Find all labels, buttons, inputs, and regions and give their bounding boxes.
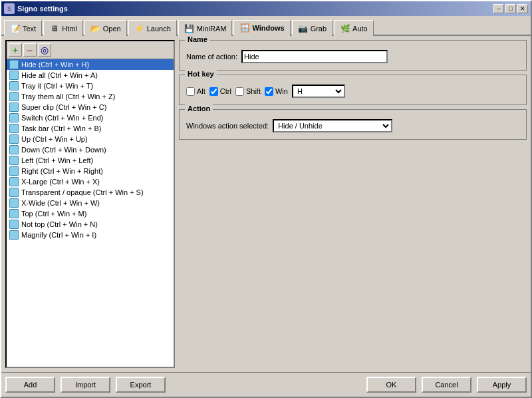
- win-label: Win: [275, 87, 288, 95]
- tab-html[interactable]: 🖥 Html: [43, 20, 83, 36]
- win-checkbox-group: Win: [265, 87, 288, 96]
- import-button[interactable]: Import: [61, 377, 110, 393]
- html-tab-icon: 🖥: [49, 23, 60, 34]
- export-button[interactable]: Export: [116, 377, 166, 393]
- actions-list: Hide (Ctrl + Win + H)Hide all (Ctrl + Wi…: [7, 59, 174, 367]
- alt-label: Alt: [197, 87, 205, 95]
- tab-auto[interactable]: 🌿 Auto: [334, 20, 374, 36]
- list-item[interactable]: X-Large (Ctrl + Win + X): [7, 176, 174, 187]
- name-label: Name of action:: [186, 53, 237, 61]
- left-panel: + – ◎ Hide (Ctrl + Win + H)Hide all (Ctr…: [5, 40, 175, 368]
- key-select[interactable]: H A B C: [292, 85, 345, 98]
- title-controls: – □ ✕: [493, 4, 528, 13]
- name-group: Name Name of action:: [179, 40, 527, 71]
- list-item[interactable]: Tray them all (Ctrl + Win + Z): [7, 91, 174, 102]
- list-item[interactable]: Not top (Ctrl + Win + N): [7, 219, 174, 230]
- app-icon: S: [4, 3, 15, 14]
- list-item[interactable]: Super clip (Ctrl + Win + C): [7, 102, 174, 112]
- shift-checkbox[interactable]: [235, 87, 244, 96]
- name-input[interactable]: [241, 50, 388, 63]
- maximize-button[interactable]: □: [505, 4, 516, 13]
- main-content: + – ◎ Hide (Ctrl + Win + H)Hide all (Ctr…: [1, 36, 531, 372]
- minimize-button[interactable]: –: [493, 4, 504, 13]
- action-label: Windows action selected:: [186, 122, 269, 130]
- add-button[interactable]: Add: [5, 377, 55, 393]
- hotkey-row: Alt Ctrl Shift Win H: [186, 85, 519, 98]
- list-item[interactable]: Switch (Ctrl + Win + End): [7, 112, 174, 123]
- ok-button[interactable]: OK: [366, 377, 416, 393]
- apply-button[interactable]: Apply: [477, 377, 527, 393]
- action-group: Action Windows action selected: Hide / U…: [179, 109, 527, 140]
- list-item[interactable]: Left (Ctrl + Win + Left): [7, 155, 174, 166]
- remove-item-button[interactable]: –: [23, 43, 37, 57]
- list-item-icon: [9, 220, 19, 229]
- title-bar: S Signo settings – □ ✕: [1, 1, 531, 16]
- list-item-icon: [9, 156, 19, 165]
- list-item[interactable]: Transparent / opaque (Ctrl + Win + S): [7, 187, 174, 198]
- list-item-icon: [9, 92, 19, 101]
- action-row: Windows action selected: Hide / Unhide M…: [186, 119, 519, 132]
- tab-launch[interactable]: ⚡ Launch: [128, 20, 177, 36]
- list-item[interactable]: Top (Ctrl + Win + M): [7, 208, 174, 219]
- list-item-icon: [9, 209, 19, 218]
- action-group-title: Action: [185, 104, 213, 112]
- window-title: Signo settings: [17, 5, 68, 13]
- list-item-icon: [9, 134, 19, 144]
- main-window: S Signo settings – □ ✕ 📝 Text 🖥 Html 📂 O…: [0, 0, 532, 398]
- list-item-icon: [9, 188, 19, 197]
- name-row: Name of action:: [186, 50, 519, 63]
- list-item[interactable]: Hide all (Ctrl + Win + A): [7, 70, 174, 81]
- copy-item-button[interactable]: ◎: [38, 43, 51, 57]
- list-item[interactable]: Magnify (Ctrl + Win + I): [7, 230, 174, 240]
- win-checkbox[interactable]: [265, 87, 273, 96]
- tab-windows[interactable]: 🪟 Windows: [233, 20, 290, 36]
- list-item-icon: [9, 145, 19, 154]
- tab-text[interactable]: 📝 Text: [4, 20, 42, 36]
- shift-label: Shift: [246, 87, 261, 95]
- list-item[interactable]: X-Wide (Ctrl + Win + W): [7, 198, 174, 208]
- list-item[interactable]: Right (Ctrl + Win + Right): [7, 166, 174, 176]
- hotkey-group-title: Hot key: [185, 70, 217, 78]
- grab-tab-icon: 📷: [298, 23, 309, 34]
- ctrl-checkbox[interactable]: [209, 87, 218, 96]
- tabs-bar: 📝 Text 🖥 Html 📂 Open ⚡ Launch 💾 MiniRAM …: [1, 16, 531, 36]
- list-item-icon: [9, 124, 19, 133]
- right-panel: Name Name of action: Hot key Alt Ctrl: [179, 40, 527, 368]
- list-item-icon: [9, 113, 19, 122]
- hotkey-group: Hot key Alt Ctrl Shift: [179, 75, 527, 105]
- ctrl-label: Ctrl: [220, 87, 231, 95]
- add-item-button[interactable]: +: [9, 43, 22, 57]
- text-tab-icon: 📝: [10, 23, 21, 34]
- cancel-button[interactable]: Cancel: [422, 377, 471, 393]
- launch-tab-icon: ⚡: [134, 23, 145, 34]
- miniram-tab-icon: 💾: [184, 23, 195, 34]
- list-item[interactable]: Down (Ctrl + Win + Down): [7, 144, 174, 155]
- list-toolbar: + – ◎: [7, 41, 174, 59]
- list-item-icon: [9, 166, 19, 176]
- alt-checkbox-group: Alt: [186, 87, 205, 96]
- tab-open[interactable]: 📂 Open: [84, 20, 127, 36]
- list-item-icon: [9, 60, 19, 69]
- close-button[interactable]: ✕: [517, 4, 528, 13]
- list-item[interactable]: Hide (Ctrl + Win + H): [7, 59, 174, 70]
- list-item-icon: [9, 71, 19, 80]
- auto-tab-icon: 🌿: [340, 23, 350, 34]
- list-item[interactable]: Tray it (Ctrl + Win + T): [7, 81, 174, 91]
- name-group-title: Name: [185, 36, 210, 43]
- tab-grab[interactable]: 📷 Grab: [292, 20, 332, 36]
- list-item-icon: [9, 198, 19, 208]
- list-item[interactable]: Task bar (Ctrl + Win + B): [7, 123, 174, 134]
- open-tab-icon: 📂: [90, 23, 101, 34]
- tab-miniram[interactable]: 💾 MiniRAM: [178, 20, 233, 36]
- title-bar-left: S Signo settings: [4, 3, 68, 14]
- list-item[interactable]: Up (Ctrl + Win + Up): [7, 134, 174, 144]
- alt-checkbox[interactable]: [186, 87, 195, 96]
- action-select[interactable]: Hide / Unhide Minimize Maximize Close: [273, 119, 392, 132]
- windows-tab-icon: 🪟: [239, 23, 250, 33]
- shift-checkbox-group: Shift: [235, 87, 261, 96]
- ctrl-checkbox-group: Ctrl: [209, 87, 231, 96]
- list-item-icon: [9, 177, 19, 186]
- list-item-icon: [9, 81, 19, 91]
- list-item-icon: [9, 102, 19, 112]
- list-item-icon: [9, 230, 19, 240]
